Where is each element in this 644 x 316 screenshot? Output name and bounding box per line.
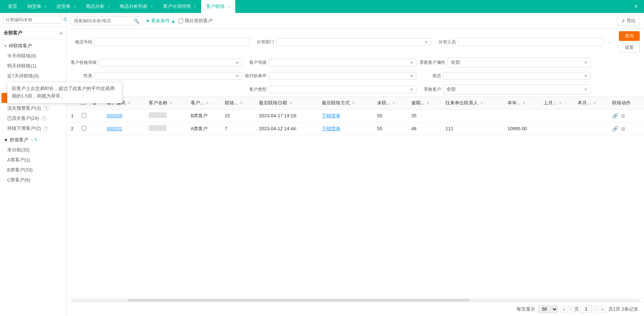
row2-checkbox[interactable]	[82, 126, 86, 131]
last-page-button[interactable]: »	[600, 306, 606, 312]
row2-this-year: 10995.00	[505, 122, 541, 135]
row2-num: 2	[66, 122, 78, 135]
retail-customer-label: 零散客户	[420, 86, 441, 93]
more-conditions-button[interactable]: ▼ 更多条件 ▲	[145, 18, 176, 24]
row2-actions: 🔗 ⊞	[609, 122, 644, 135]
prev-page-button[interactable]: ‹	[568, 306, 573, 312]
payment-chevron: ▼	[410, 74, 413, 78]
row1-checkbox-cell	[78, 109, 89, 122]
payment-select[interactable]: ▼	[269, 72, 416, 80]
sidebar-item-declining[interactable]: 持续下滑客户(2) ?	[0, 123, 66, 133]
sidebar-item-churn-warning[interactable]: 流失预警客户(3) ?	[0, 103, 66, 113]
nav-sales[interactable]: 销货单 ×	[22, 0, 51, 13]
nav-customer-contact-close[interactable]: ×	[228, 0, 230, 13]
sidebar-collapse-icon[interactable]: »	[60, 30, 62, 36]
filter-search-icon[interactable]: 🔍	[134, 18, 139, 24]
horizontal-scrollbar[interactable]	[66, 298, 644, 302]
per-page-select[interactable]: 50 20 100	[538, 305, 558, 313]
retail-attr-select[interactable]: 全部 ▼	[448, 57, 591, 67]
my-customers-checkbox[interactable]	[179, 19, 183, 23]
status-select[interactable]: ▼	[443, 72, 591, 80]
row1-link-icon[interactable]: 🔗	[612, 113, 618, 119]
dept-select[interactable]: ▼	[276, 38, 431, 46]
sidebar-item-today[interactable]: 今天待联络(0)	[0, 51, 66, 61]
nav-analysis-list-close[interactable]: ×	[150, 0, 153, 13]
price-tier-label: 客户价格等级	[71, 60, 97, 66]
customer-type-chevron: ▼	[410, 88, 413, 91]
sidebar-item-churned[interactable]: 已流失客户(24) ?	[0, 113, 66, 123]
nav-customer-tier-close[interactable]: ×	[194, 0, 196, 13]
col-last-month[interactable]: 上月... ⇅	[541, 97, 575, 109]
nav-analysis-close[interactable]: ×	[107, 0, 110, 13]
col-partner-contacts[interactable]: 往来单位联系人 ⇅	[443, 97, 505, 109]
sidebar-all-customers[interactable]: 全部客户 »	[0, 27, 66, 39]
person-dots-icon[interactable]: ···	[606, 39, 613, 45]
row1-grid-icon[interactable]: ⊞	[621, 113, 625, 119]
col-this-month[interactable]: 本月... ⇅	[575, 97, 609, 109]
row1-checkbox[interactable]	[82, 113, 86, 118]
row2-type: A类客户	[188, 122, 222, 135]
row1-code: 000039	[104, 109, 146, 122]
row1-code-link[interactable]: 000039	[107, 113, 122, 118]
row2-code-link[interactable]: 000031	[107, 126, 122, 131]
col-customer-name[interactable]: 客户名称 ⇅	[146, 97, 188, 109]
row1-this-month	[575, 109, 609, 122]
sidebar-item-unclassified[interactable]: 未分组(32)	[0, 145, 66, 155]
customer-tier-label: 客户等级	[245, 60, 267, 66]
retail-customer-select[interactable]: 全部 ▼	[443, 84, 591, 94]
window-close-button[interactable]: ×	[631, 1, 641, 11]
nav-purchase[interactable]: 进货单 ×	[51, 0, 80, 13]
page-number-input[interactable]	[580, 306, 592, 313]
sidebar-item-class-a[interactable]: A类客户(1)	[0, 155, 66, 165]
sidebar-item-class-c[interactable]: C类客户(6)	[0, 175, 66, 185]
sidebar-search-input[interactable]	[3, 16, 62, 24]
nav-sales-close[interactable]: ×	[44, 0, 46, 13]
col-uncontacted[interactable]: 未联... ⇅	[374, 97, 408, 109]
sidebar-item-class-b[interactable]: B类客户(33)	[0, 165, 66, 175]
price-tier-select[interactable]: ▼	[99, 59, 242, 66]
col-last-contact-method[interactable]: 最后联络方式 ⇅	[319, 97, 374, 109]
row2-code: 000031	[104, 122, 146, 135]
nav-customer-contact[interactable]: 客户联络 ×	[201, 0, 235, 13]
code-sort-icon: ⇅	[128, 101, 130, 105]
nature-select[interactable]: ▼	[94, 72, 242, 80]
customer-type-select[interactable]: ▼	[269, 86, 416, 93]
sidebar-value-header[interactable]: ▼ 价值客户 ○ ✎	[0, 135, 66, 145]
row1-method-link[interactable]: 下销货单	[322, 113, 340, 118]
status-chevron: ▼	[584, 74, 588, 78]
filter-search-input[interactable]	[74, 18, 132, 23]
query-button[interactable]: 查询	[619, 31, 640, 41]
col-customer-type[interactable]: 客户... ⇅	[188, 97, 222, 109]
price-tier-chevron: ▼	[235, 61, 239, 65]
next-page-button[interactable]: ›	[593, 306, 598, 312]
phone-input[interactable]	[94, 38, 250, 46]
col-overdue[interactable]: 逾期... ⇅	[408, 97, 443, 109]
col-last-contact-date[interactable]: 最后联络日期 ⇅	[256, 97, 319, 109]
customer-tier-select[interactable]: ▼	[269, 59, 416, 66]
nav-purchase-close[interactable]: ×	[73, 0, 75, 13]
sidebar-search-icon[interactable]: 🔍	[63, 17, 66, 23]
person-input[interactable]	[458, 38, 604, 46]
nav-analysis[interactable]: 商品分析 ×	[81, 0, 115, 13]
scroll-thumb[interactable]	[128, 299, 469, 302]
nav-home[interactable]: 首页	[3, 0, 22, 13]
sidebar-pending-header[interactable]: ▼ 待联络客户	[0, 41, 66, 51]
settings-button[interactable]: 设置	[619, 42, 640, 53]
row2-link-icon[interactable]: 🔗	[612, 126, 618, 132]
row2-method-link[interactable]: 下销货单	[322, 126, 340, 131]
retail-attr-chevron: ▼	[584, 61, 588, 65]
nav-analysis-list[interactable]: 商品分析列表 ×	[115, 0, 158, 13]
my-customers-checkbox-area[interactable]: 我分管的客户	[179, 18, 213, 24]
export-button[interactable]: ↗ 导出	[617, 16, 640, 26]
col-this-year[interactable]: 本年... ⇅	[505, 97, 541, 109]
row1-name-masked	[149, 112, 167, 118]
filter-cell-status: 状态 ▼	[420, 72, 591, 80]
sidebar-item-tomorrow[interactable]: 明天待联络(1)	[0, 61, 66, 71]
row2-grid-icon[interactable]: ⊞	[621, 126, 625, 132]
value-edit-icon[interactable]: ○ ✎	[31, 137, 38, 142]
col-contact-count[interactable]: 联络... ⇅	[222, 97, 256, 109]
sidebar-item-7days[interactable]: 近7天待联络(0)	[0, 71, 66, 81]
nav-customer-tier[interactable]: 客户分层经营 ×	[158, 0, 201, 13]
scroll-track[interactable]	[71, 299, 640, 302]
first-page-button[interactable]: «	[561, 306, 566, 312]
